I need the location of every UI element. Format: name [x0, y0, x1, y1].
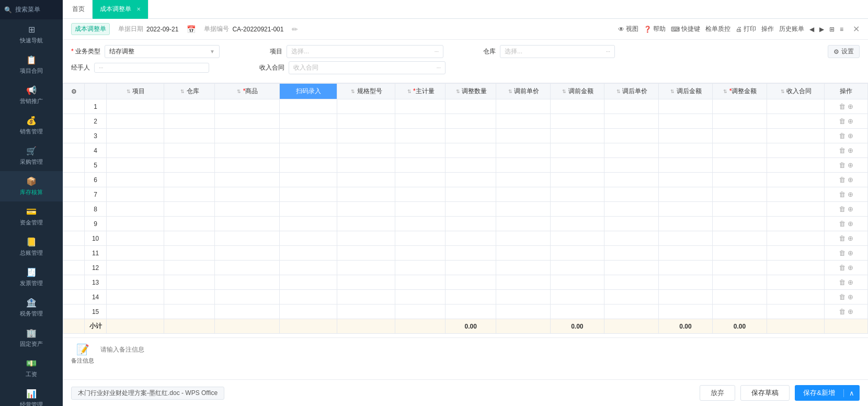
table-cell[interactable] [337, 202, 395, 217]
prev-btn[interactable]: ◀ [809, 26, 814, 33]
table-cell[interactable] [337, 275, 395, 290]
table-cell[interactable] [214, 202, 279, 217]
sidebar-item-fixed-assets[interactable]: 🏢 固定资产 [0, 323, 63, 353]
help-btn[interactable]: ❓ 帮助 [644, 25, 666, 33]
row-settings-cell[interactable] [63, 129, 85, 143]
table-cell[interactable] [767, 202, 824, 217]
table-cell[interactable] [496, 114, 551, 129]
settings-btn[interactable]: ⚙ 设置 [828, 45, 860, 58]
sidebar-search[interactable]: 🔍 搜索菜单 [0, 0, 63, 19]
table-cell[interactable] [604, 231, 659, 246]
table-cell[interactable] [713, 99, 767, 114]
table-cell[interactable] [280, 261, 337, 275]
save-draft-button[interactable]: 保存草稿 [740, 385, 790, 401]
table-cell[interactable] [446, 231, 496, 246]
sidebar-item-ledger-mgmt[interactable]: 📒 总账管理 [0, 232, 63, 262]
table-cell[interactable] [214, 261, 279, 275]
save-new-arrow-icon[interactable]: ∧ [843, 389, 860, 397]
table-cell[interactable] [395, 158, 446, 173]
table-cell[interactable] [395, 246, 446, 261]
row-number[interactable]: 1 [85, 99, 106, 114]
table-cell[interactable] [337, 304, 395, 319]
table-cell[interactable] [713, 202, 767, 217]
sidebar-item-purchase-mgmt[interactable]: 🛒 采购管理 [0, 141, 63, 171]
table-cell[interactable] [767, 304, 824, 319]
copy-row-icon[interactable]: ⊕ [848, 249, 853, 257]
table-cell[interactable] [604, 129, 659, 143]
copy-row-icon[interactable]: ⊕ [848, 205, 853, 213]
table-cell[interactable] [658, 261, 713, 275]
row-settings-cell[interactable] [63, 290, 85, 304]
table-cell[interactable] [496, 217, 551, 231]
table-cell[interactable] [713, 217, 767, 231]
table-cell[interactable] [446, 304, 496, 319]
income-contract-select[interactable]: 收入合同 ··· [289, 61, 446, 74]
table-cell[interactable] [446, 129, 496, 143]
table-cell[interactable] [658, 246, 713, 261]
table-cell[interactable] [496, 275, 551, 290]
table-cell[interactable] [106, 187, 164, 202]
list-view-btn[interactable]: ≡ [840, 26, 843, 33]
delete-row-icon[interactable]: 🗑 [839, 249, 846, 257]
table-cell[interactable] [550, 129, 604, 143]
table-cell[interactable] [280, 246, 337, 261]
table-cell[interactable] [604, 202, 659, 217]
table-cell[interactable] [214, 246, 279, 261]
table-cell[interactable] [713, 231, 767, 246]
tab-cost-adj[interactable]: 成本调整单 ✕ [93, 0, 149, 19]
row-number[interactable]: 11 [85, 246, 106, 261]
table-cell[interactable] [604, 246, 659, 261]
sidebar-item-quick-nav[interactable]: ⊞ 快速导航 [0, 19, 63, 50]
table-cell[interactable] [164, 231, 215, 246]
sidebar-item-project-contract[interactable]: 📋 项目合同 [0, 50, 63, 80]
view-btn[interactable]: 👁 视图 [618, 25, 638, 33]
table-cell[interactable] [496, 304, 551, 319]
table-cell[interactable] [106, 143, 164, 158]
table-cell[interactable] [106, 275, 164, 290]
table-cell[interactable] [446, 275, 496, 290]
table-cell[interactable] [280, 173, 337, 187]
row-settings-cell[interactable] [63, 217, 85, 231]
col-header-adj-amt[interactable]: ⇅ *调整金额 [713, 84, 767, 99]
table-cell[interactable] [496, 246, 551, 261]
table-cell[interactable] [713, 143, 767, 158]
copy-row-icon[interactable]: ⊕ [848, 176, 853, 184]
table-cell[interactable] [767, 129, 824, 143]
grid-view-btn[interactable]: ⊞ [829, 26, 835, 33]
table-cell[interactable] [337, 114, 395, 129]
col-header-before-price[interactable]: ⇅ 调前单价 [496, 84, 551, 99]
table-cell[interactable] [446, 158, 496, 173]
row-settings-cell[interactable] [63, 114, 85, 129]
check-adj-btn[interactable]: 检单质控 [705, 25, 730, 33]
table-cell[interactable] [713, 261, 767, 275]
table-cell[interactable] [446, 290, 496, 304]
row-number[interactable]: 14 [85, 290, 106, 304]
table-cell[interactable] [604, 158, 659, 173]
row-number[interactable]: 6 [85, 173, 106, 187]
table-cell[interactable] [550, 304, 604, 319]
table-cell[interactable] [214, 290, 279, 304]
table-cell[interactable] [164, 158, 215, 173]
table-cell[interactable] [214, 129, 279, 143]
table-cell[interactable] [337, 143, 395, 158]
table-cell[interactable] [280, 217, 337, 231]
table-cell[interactable] [214, 187, 279, 202]
delete-row-icon[interactable]: 🗑 [839, 176, 846, 184]
table-cell[interactable] [767, 290, 824, 304]
table-cell[interactable] [604, 290, 659, 304]
table-cell[interactable] [604, 143, 659, 158]
table-cell[interactable] [658, 158, 713, 173]
table-cell[interactable] [550, 143, 604, 158]
table-cell[interactable] [658, 275, 713, 290]
table-cell[interactable] [550, 173, 604, 187]
table-cell[interactable] [106, 129, 164, 143]
table-cell[interactable] [658, 99, 713, 114]
delete-row-icon[interactable]: 🗑 [839, 132, 846, 140]
table-cell[interactable] [214, 99, 279, 114]
copy-row-icon[interactable]: ⊕ [848, 264, 853, 272]
table-cell[interactable] [496, 129, 551, 143]
row-settings-cell[interactable] [63, 231, 85, 246]
table-cell[interactable] [767, 187, 824, 202]
table-cell[interactable] [395, 202, 446, 217]
table-cell[interactable] [395, 187, 446, 202]
